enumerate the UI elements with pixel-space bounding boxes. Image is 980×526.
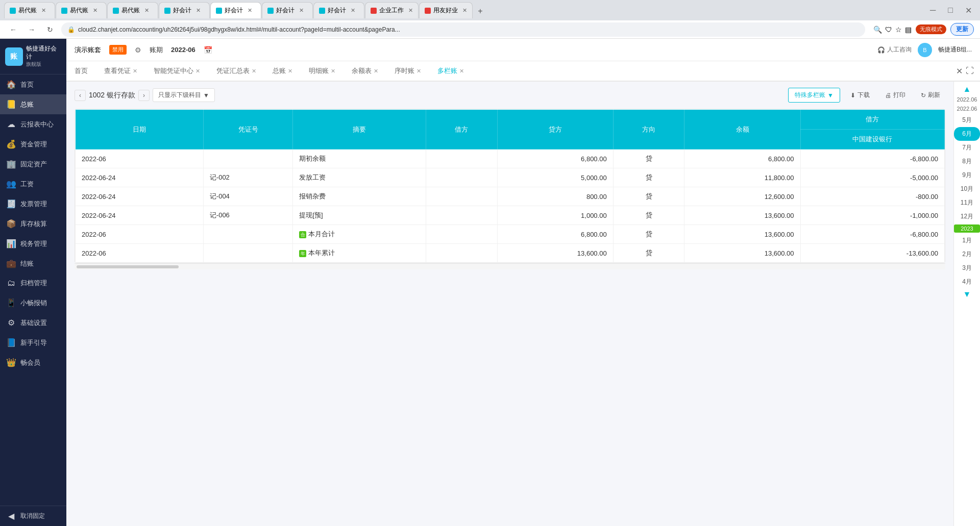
tab-detail-close[interactable]: ✕ xyxy=(331,68,335,74)
tab-summary[interactable]: 凭证汇总表 ✕ xyxy=(208,61,264,82)
multi-col-button[interactable]: 特殊多栏账 ▼ xyxy=(788,88,840,103)
sidebar-item-guide[interactable]: 📘 新手引导 xyxy=(0,333,66,353)
date-month-nov[interactable]: 11月 xyxy=(954,196,980,210)
browser-tab-4[interactable]: 好会计 ✕ xyxy=(210,2,261,18)
refresh-button[interactable]: ↻ 刷新 xyxy=(916,88,945,102)
tab-close-1[interactable]: ✕ xyxy=(93,7,97,14)
sidebar-item-archive[interactable]: 🗂 归档管理 xyxy=(0,273,66,293)
headset-icon: 🎧 xyxy=(877,46,885,54)
topbar-settings-icon[interactable]: ⚙ xyxy=(135,46,141,54)
browser-tab-8[interactable]: 用友好业 ✕ xyxy=(419,2,473,18)
tab-sequence[interactable]: 序时账 ✕ xyxy=(386,61,429,82)
sidebar-item-tax[interactable]: 📊 税务管理 xyxy=(0,234,66,254)
date-month-mar[interactable]: 3月 xyxy=(954,261,980,275)
consult-button[interactable]: 🎧 人工咨询 xyxy=(877,45,912,54)
minimize-button[interactable]: ─ xyxy=(926,6,940,15)
tab-balance-close[interactable]: ✕ xyxy=(374,68,378,74)
download-button[interactable]: ⬇ 下载 xyxy=(845,88,875,102)
new-tab-button[interactable]: + xyxy=(473,4,487,18)
sidebar-item-vip[interactable]: 👑 畅会员 xyxy=(0,353,66,372)
tab-general-close[interactable]: ✕ xyxy=(288,68,292,74)
date-month-jun[interactable]: 6月 xyxy=(954,127,980,141)
tab-view-voucher[interactable]: 查看凭证 ✕ xyxy=(96,61,145,82)
tab-detail-ledger[interactable]: 明细账 ✕ xyxy=(301,61,344,82)
browser-tab-5[interactable]: 好会计 ✕ xyxy=(262,2,313,18)
unpin-button[interactable]: ◀ 取消固定 xyxy=(0,506,66,526)
sidebar-panel-icon[interactable]: ▤ xyxy=(905,26,912,34)
date-month-may[interactable]: 5月 xyxy=(954,113,980,127)
tab-home[interactable]: 首页 xyxy=(66,61,96,82)
tab-smart-voucher[interactable]: 智能凭证中心 ✕ xyxy=(145,61,208,82)
collapse-icon[interactable]: ✕ xyxy=(956,66,963,76)
date-month-aug[interactable]: 8月 xyxy=(954,155,980,168)
sidebar-item-inventory[interactable]: 📦 库存核算 xyxy=(0,214,66,234)
sidebar-item-fixed-assets[interactable]: 🏢 固定资产 xyxy=(0,154,66,174)
tab-close-0[interactable]: ✕ xyxy=(41,7,46,14)
archive-icon: 🗂 xyxy=(6,279,16,288)
date-scroll-up[interactable]: ▲ xyxy=(962,84,972,95)
tab-close-3[interactable]: ✕ xyxy=(196,7,201,14)
browser-tab-0[interactable]: 易代账 ✕ xyxy=(4,2,55,18)
date-month-sep[interactable]: 9月 xyxy=(954,168,980,182)
tab-view-close[interactable]: ✕ xyxy=(133,68,137,74)
tab-multicolumn-close[interactable]: ✕ xyxy=(459,68,464,74)
sidebar-item-ledger[interactable]: 📒 总账 xyxy=(0,94,66,114)
show-sub-dropdown[interactable]: 只显示下级科目 ▼ xyxy=(153,88,215,102)
incognito-button[interactable]: 无痕模式 xyxy=(916,24,946,34)
tab-summary-close[interactable]: ✕ xyxy=(252,68,256,74)
browser-tab-7[interactable]: 企业工作 ✕ xyxy=(365,2,419,18)
sidebar-item-cloud-report[interactable]: ☁ 云报表中心 xyxy=(0,114,66,134)
calendar-icon[interactable]: 📅 xyxy=(204,46,212,54)
tab-smart-close[interactable]: ✕ xyxy=(195,68,200,74)
tab-balance[interactable]: 余额表 ✕ xyxy=(344,61,386,82)
sidebar-item-settings[interactable]: ⚙ 基础设置 xyxy=(0,313,66,333)
search-icon[interactable]: 🔍 xyxy=(873,26,882,34)
sidebar-item-payroll[interactable]: 👥 工资 xyxy=(0,174,66,194)
tab-close-4[interactable]: ✕ xyxy=(248,7,252,14)
maximize-button[interactable]: □ xyxy=(944,6,957,15)
td-voucher-3[interactable]: 记-006 xyxy=(203,206,293,225)
horizontal-scrollbar[interactable] xyxy=(75,263,945,269)
date-month-apr[interactable]: 4月 xyxy=(954,275,980,289)
sidebar-item-close[interactable]: 💼 结账 xyxy=(0,254,66,273)
star-icon[interactable]: ☆ xyxy=(895,26,902,34)
date-month-dec[interactable]: 12月 xyxy=(954,210,980,223)
building-icon: 🏢 xyxy=(6,159,16,169)
date-month-feb[interactable]: 2月 xyxy=(954,247,980,261)
sidebar-item-invoice[interactable]: 🧾 发票管理 xyxy=(0,194,66,214)
tab-close-6[interactable]: ✕ xyxy=(351,7,355,14)
url-input[interactable]: 🔒 cloud2.chanjet.com/accounting/uh26t264… xyxy=(61,22,865,37)
browser-tab-6[interactable]: 好会计 ✕ xyxy=(313,2,364,18)
next-account-button[interactable]: › xyxy=(138,90,150,101)
tab-close-2[interactable]: ✕ xyxy=(144,7,149,14)
browser-tab-2[interactable]: 易代账 ✕ xyxy=(107,2,158,18)
update-button[interactable]: 更新 xyxy=(950,23,974,36)
sidebar-item-home[interactable]: 🏠 首页 xyxy=(0,74,66,94)
date-scroll-down[interactable]: ▼ xyxy=(962,289,972,300)
fullscreen-icon[interactable]: ⛶ xyxy=(966,66,974,76)
shield-icon[interactable]: 🛡 xyxy=(885,26,892,34)
user-avatar[interactable]: B xyxy=(918,43,932,57)
reload-button[interactable]: ↻ xyxy=(43,22,57,37)
sidebar-item-expense[interactable]: 📱 小畅报销 xyxy=(0,293,66,313)
tab-sequence-close[interactable]: ✕ xyxy=(416,68,421,74)
browser-tab-1[interactable]: 易代账 ✕ xyxy=(56,2,107,18)
close-button[interactable]: ✕ xyxy=(961,6,976,15)
forward-button[interactable]: → xyxy=(24,22,39,37)
tab-close-8[interactable]: ✕ xyxy=(462,7,467,14)
tab-general-ledger[interactable]: 总账 ✕ xyxy=(264,61,301,82)
print-button[interactable]: 🖨 打印 xyxy=(880,88,911,102)
tab-close-5[interactable]: ✕ xyxy=(299,7,304,14)
scroll-thumb[interactable] xyxy=(77,265,179,268)
browser-tab-3[interactable]: 好会计 ✕ xyxy=(159,2,210,18)
tab-multicolumn[interactable]: 多栏账 ✕ xyxy=(429,61,472,82)
back-button[interactable]: ← xyxy=(6,22,20,37)
td-voucher-2[interactable]: 记-004 xyxy=(203,187,293,206)
sidebar-item-fund[interactable]: 💰 资金管理 xyxy=(0,134,66,154)
date-month-jan[interactable]: 1月 xyxy=(954,234,980,247)
date-month-jul[interactable]: 7月 xyxy=(954,141,980,155)
tab-close-7[interactable]: ✕ xyxy=(408,7,413,14)
td-voucher-1[interactable]: 记-002 xyxy=(203,168,293,187)
date-month-oct[interactable]: 10月 xyxy=(954,182,980,196)
prev-account-button[interactable]: ‹ xyxy=(75,90,86,101)
